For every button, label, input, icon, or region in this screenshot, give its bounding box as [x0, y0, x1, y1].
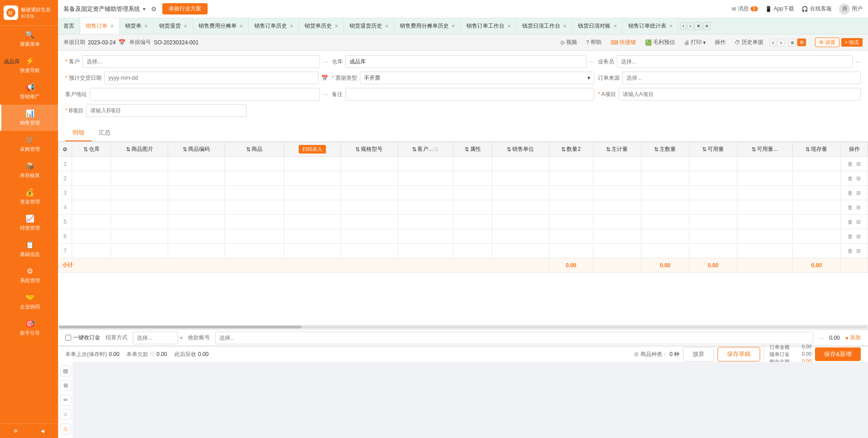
sidebar-item-search[interactable]: 🔍 搜索菜单 — [0, 26, 58, 52]
th-code[interactable]: ⇅ 商品编码 — [168, 142, 224, 157]
cell-available2[interactable] — [737, 171, 792, 186]
tab-expense[interactable]: 销售费用分摊单 ✕ — [193, 18, 249, 34]
cell-unit[interactable] — [492, 244, 549, 258]
cell-warehouse[interactable] — [72, 215, 111, 229]
address-more[interactable]: ··· — [323, 91, 328, 98]
cell-unit[interactable] — [492, 229, 549, 244]
settings-btn[interactable]: ⚙ 设置 — [815, 38, 839, 47]
cell-code[interactable] — [168, 200, 224, 215]
cell-available[interactable] — [689, 171, 737, 186]
tab-close-icon[interactable]: ✕ — [507, 24, 511, 29]
tab-return[interactable]: 销货退货 ✕ — [154, 18, 193, 34]
cell-unit[interactable] — [492, 171, 549, 186]
tab-close-icon[interactable]: ✕ — [110, 24, 114, 29]
user-menu[interactable]: 用 用户 — [839, 4, 863, 14]
cell-attr[interactable] — [453, 200, 492, 215]
delete-icon[interactable]: 🗑 — [848, 233, 853, 240]
cell-main-unit[interactable] — [593, 186, 641, 200]
cell-available[interactable] — [689, 186, 737, 200]
cell-qty2[interactable] — [549, 157, 593, 171]
gear-icon[interactable]: ⚙ — [151, 5, 157, 13]
cell-main-unit[interactable] — [593, 215, 641, 229]
tab-sales-order[interactable]: 销售订单 ✕ — [80, 18, 120, 34]
cell-qty2[interactable] — [549, 200, 593, 215]
th-stock[interactable]: ⇅ 现存量 — [792, 142, 840, 157]
cell-product[interactable] — [225, 215, 284, 229]
nav-prev[interactable]: ‹ — [770, 39, 777, 47]
cell-main-qty[interactable] — [641, 200, 689, 215]
cell-main-unit[interactable] — [593, 229, 641, 244]
cell-spec[interactable] — [341, 244, 398, 258]
shortcut-btn[interactable]: ⌨ 快捷键 — [608, 38, 639, 47]
cell-warehouse[interactable] — [72, 200, 111, 215]
sidebar-item-inventory[interactable]: 📦 库存核算 — [0, 157, 58, 183]
horizontal-scrollbar[interactable] — [58, 325, 868, 329]
tab-close-icon[interactable]: ✕ — [385, 24, 388, 29]
tab-slip-history[interactable]: 销货单历史 ✕ — [299, 18, 344, 34]
tab-close-icon[interactable]: ✕ — [239, 24, 243, 29]
cell-available[interactable] — [689, 200, 737, 215]
sidebar-item-finance[interactable]: 💰 资金管理 — [0, 183, 58, 210]
th-warehouse[interactable]: ⇅ 仓库 — [72, 142, 111, 157]
rp-alert-icon[interactable]: ⚠ — [60, 424, 71, 434]
cell-stock[interactable] — [792, 229, 840, 244]
copy-icon[interactable]: ⊞ — [856, 161, 861, 167]
cell-code[interactable] — [168, 215, 224, 229]
cell-warehouse[interactable] — [72, 186, 111, 200]
tab-expense-history[interactable]: 销售费用分摊单历史 ✕ — [394, 18, 461, 34]
cell-main-unit[interactable] — [593, 171, 641, 186]
cell-code[interactable] — [168, 157, 224, 171]
th-customer-code[interactable]: ⇅ 客户... ⓘ — [398, 142, 453, 157]
cell-qty2[interactable] — [549, 244, 593, 258]
cell-available2[interactable] — [737, 186, 792, 200]
staff-more[interactable]: ··· — [855, 58, 861, 65]
sidebar-item-quick[interactable]: ⚡ 快捷导航 — [0, 52, 58, 78]
profit-btn[interactable]: 💹 毛利预估 — [642, 38, 678, 47]
cell-spec[interactable] — [341, 200, 398, 215]
cell-customer-code[interactable] — [398, 186, 453, 200]
cell-main-unit[interactable] — [593, 244, 641, 258]
cell-customer-code[interactable] — [398, 244, 453, 258]
tab-close-icon[interactable]: ✕ — [290, 24, 293, 29]
th-qty2[interactable]: ⇅ 数量2 — [549, 142, 593, 157]
account-input[interactable] — [215, 332, 813, 344]
tab-close-icon[interactable]: ✕ — [451, 24, 455, 29]
delete-icon[interactable]: 🗑 — [848, 161, 853, 167]
cell-attr[interactable] — [453, 215, 492, 229]
help-btn[interactable]: ? 帮助 — [583, 38, 604, 47]
cell-stock[interactable] — [792, 200, 840, 215]
cell-code[interactable] — [168, 171, 224, 186]
copy-icon[interactable]: ⊞ — [856, 175, 861, 182]
cell-customer-code[interactable] — [398, 229, 453, 244]
delivery-input[interactable] — [104, 72, 319, 84]
th-image[interactable]: ⇅ 商品图片 — [111, 142, 168, 157]
cell-product[interactable] — [225, 244, 284, 258]
copy-icon[interactable]: ⊞ — [856, 233, 861, 240]
delete-icon[interactable]: 🗑 — [848, 204, 853, 211]
customer-more[interactable]: ··· — [323, 58, 328, 65]
rp-list-icon[interactable]: ▤ — [60, 366, 71, 376]
th-settings[interactable]: ⚙ — [58, 142, 72, 157]
scroll-thumb[interactable] — [59, 326, 301, 328]
copy-icon[interactable]: ⊞ — [856, 248, 861, 254]
th-available[interactable]: ⇅ 可用量 — [689, 142, 737, 157]
cell-code[interactable] — [168, 244, 224, 258]
th-unit[interactable]: ⇅ 销售单位 — [492, 142, 549, 157]
tabs-prev[interactable]: ‹ — [680, 22, 686, 30]
delete-icon[interactable]: 🗑 — [848, 190, 853, 196]
cell-unit[interactable] — [492, 200, 549, 215]
tab-workbench[interactable]: 销售订单工作台 ✕ — [461, 18, 517, 34]
cell-warehouse[interactable] — [72, 244, 111, 258]
cell-available[interactable] — [689, 157, 737, 171]
tab-history[interactable]: 销售订单历史 ✕ — [249, 18, 299, 34]
order-source-input[interactable] — [622, 72, 861, 84]
cell-attr[interactable] — [453, 244, 492, 258]
solution-button[interactable]: 体验行业方案 — [162, 3, 208, 14]
cell-stock[interactable] — [792, 244, 840, 258]
th-scan[interactable]: 扫码录入 — [284, 142, 340, 157]
online-service-btn[interactable]: 🎧 在线客服 — [801, 5, 832, 13]
cell-product[interactable] — [225, 171, 284, 186]
save-new-button[interactable]: 保存&新增 — [815, 347, 861, 361]
view-btn[interactable]: ⊙ 视频 — [558, 38, 580, 47]
cell-spec[interactable] — [341, 186, 398, 200]
